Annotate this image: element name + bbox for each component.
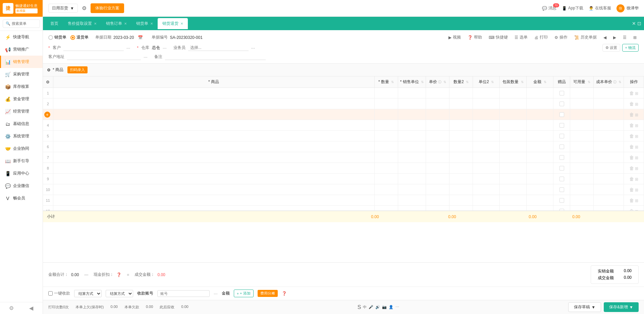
- row-qty-cell[interactable]: [374, 109, 398, 120]
- copy-row-button[interactable]: ⊞: [635, 198, 638, 203]
- row-avail-cell[interactable]: [570, 131, 594, 141]
- account-dots-button[interactable]: ···: [214, 291, 218, 296]
- delete-row-button[interactable]: 🗑: [629, 155, 634, 160]
- video-button[interactable]: ▶ 视频: [446, 34, 463, 41]
- row-pkgqty-cell[interactable]: [500, 206, 527, 211]
- sidebar-item-system[interactable]: ⚙️ 系统管理: [0, 130, 43, 142]
- tab-price-settings-close[interactable]: ✕: [94, 22, 97, 25]
- copy-row-button[interactable]: ⊞: [635, 134, 638, 139]
- row-unit-cell[interactable]: [398, 99, 426, 109]
- row-unit2-cell[interactable]: [473, 141, 500, 152]
- row-unit2-cell[interactable]: [473, 184, 500, 195]
- delete-row-button[interactable]: 🗑: [629, 166, 634, 171]
- gift-checkbox[interactable]: [559, 91, 564, 96]
- row-pkgqty-cell[interactable]: [500, 174, 527, 184]
- gift-checkbox[interactable]: [559, 177, 564, 181]
- salesperson-input[interactable]: [188, 45, 249, 51]
- tab-home[interactable]: 首页: [46, 18, 63, 29]
- row-avail-cell[interactable]: [570, 174, 594, 184]
- row-unit-cell[interactable]: [398, 120, 426, 131]
- row-product-cell[interactable]: [53, 99, 374, 109]
- row-qty2-cell[interactable]: [449, 152, 473, 163]
- tab-price-settings[interactable]: 售价提取设置 ✕: [63, 18, 101, 29]
- row-price-cell[interactable]: [426, 184, 449, 195]
- row-amount-cell[interactable]: [527, 184, 553, 195]
- sidebar-item-member[interactable]: V 畅会员: [0, 192, 43, 204]
- copy-row-button[interactable]: ⊞: [635, 123, 638, 128]
- sidebar-item-enterprise[interactable]: 🤝 企业协同: [0, 142, 43, 155]
- delete-row-button[interactable]: 🗑: [629, 176, 634, 182]
- row-price-cell[interactable]: [426, 109, 449, 120]
- row-gift-cell[interactable]: [553, 163, 570, 174]
- row-product-cell[interactable]: [53, 195, 374, 206]
- row-qty-cell[interactable]: [374, 163, 398, 174]
- row-product-cell[interactable]: [53, 109, 374, 120]
- row-price-cell[interactable]: [426, 163, 449, 174]
- row-unit-cell[interactable]: [398, 206, 426, 211]
- search-menu-button[interactable]: 🔍 搜索菜单: [3, 19, 40, 28]
- delete-row-button[interactable]: 🗑: [629, 112, 634, 117]
- row-gift-cell[interactable]: [553, 120, 570, 131]
- nav-selector[interactable]: 日用百货 ▼: [48, 4, 78, 13]
- delete-row-button[interactable]: 🗑: [629, 144, 634, 149]
- row-qty2-cell[interactable]: [449, 99, 473, 109]
- copy-row-button[interactable]: ⊞: [635, 155, 638, 160]
- row-avail-cell[interactable]: [570, 88, 594, 99]
- sidebar-item-operations[interactable]: 📈 经营管理: [0, 105, 43, 118]
- row-unit2-cell[interactable]: [473, 99, 500, 109]
- sidebar-item-weixin[interactable]: 💬 企业微信: [0, 180, 43, 192]
- sidebar-item-marketing[interactable]: 📢 营销推广: [0, 43, 43, 56]
- sidebar-item-sales[interactable]: 📊 销售管理: [0, 56, 43, 68]
- row-pkgqty-cell[interactable]: [500, 99, 527, 109]
- row-unit2-cell[interactable]: [473, 109, 500, 120]
- shortcut-button[interactable]: ⌨ 快捷键: [487, 34, 510, 41]
- delete-row-button[interactable]: 🗑: [629, 208, 634, 211]
- tab-close-button[interactable]: ✕: [632, 21, 636, 26]
- row-gift-cell[interactable]: [553, 195, 570, 206]
- discount-help-icon[interactable]: ❓: [116, 272, 121, 277]
- row-qty-cell[interactable]: [374, 195, 398, 206]
- gift-checkbox[interactable]: [559, 155, 564, 160]
- customer-input[interactable]: [63, 45, 124, 51]
- copy-row-button[interactable]: ⊞: [635, 166, 638, 171]
- row-amount-cell[interactable]: [527, 131, 553, 141]
- row-pkgqty-cell[interactable]: [500, 195, 527, 206]
- sidebar-item-inventory[interactable]: 📦 库存核算: [0, 80, 43, 93]
- row-avail-cell[interactable]: [570, 99, 594, 109]
- row-unit-cell[interactable]: [398, 184, 426, 195]
- row-gift-cell[interactable]: [553, 152, 570, 163]
- address-dots-button[interactable]: ···: [144, 54, 148, 60]
- row-unit2-cell[interactable]: [473, 88, 500, 99]
- scan-input-button[interactable]: 扫码录入: [67, 66, 88, 73]
- row-unit2-cell[interactable]: [473, 163, 500, 174]
- row-qty2-cell[interactable]: [449, 195, 473, 206]
- settings-button[interactable]: ⚙ 设置: [602, 44, 620, 52]
- row-amount-cell[interactable]: [527, 99, 553, 109]
- save-new-button[interactable]: 保存&新增 ▼: [604, 302, 639, 312]
- row-unit2-cell[interactable]: [473, 131, 500, 141]
- tab-maximize-button[interactable]: ⊡: [637, 21, 641, 26]
- row-unit-cell[interactable]: [398, 163, 426, 174]
- row-qty-cell[interactable]: [374, 174, 398, 184]
- row-gift-cell[interactable]: [553, 99, 570, 109]
- nav-prev-button[interactable]: ◀: [601, 34, 608, 41]
- save-draft-button[interactable]: 保存草稿 ▼: [568, 302, 601, 312]
- delete-row-button[interactable]: 🗑: [629, 133, 634, 139]
- row-qty2-cell[interactable]: [449, 120, 473, 131]
- salesperson-dots-button[interactable]: ···: [251, 45, 255, 51]
- row-product-cell[interactable]: [53, 206, 374, 211]
- row-unit2-cell[interactable]: [473, 174, 500, 184]
- sidebar-settings-button[interactable]: ⚙: [3, 305, 20, 311]
- gift-checkbox[interactable]: [559, 187, 564, 192]
- sidebar-item-guide[interactable]: 📖 新手引导: [0, 155, 43, 167]
- radio-delivery[interactable]: 销货单: [48, 35, 66, 40]
- delete-row-button[interactable]: 🗑: [629, 123, 634, 128]
- online-service-button[interactable]: 👨‍💼 在线客服: [589, 5, 611, 11]
- copy-row-button[interactable]: ⊞: [635, 91, 638, 96]
- print-button[interactable]: 🖨 打印: [532, 34, 550, 41]
- delete-row-button[interactable]: 🗑: [629, 90, 634, 96]
- tab-sales-delivery[interactable]: 销货单 ✕: [131, 18, 158, 29]
- row-avail-cell[interactable]: [570, 141, 594, 152]
- row-amount-cell[interactable]: [527, 174, 553, 184]
- row-qty-cell[interactable]: [374, 99, 398, 109]
